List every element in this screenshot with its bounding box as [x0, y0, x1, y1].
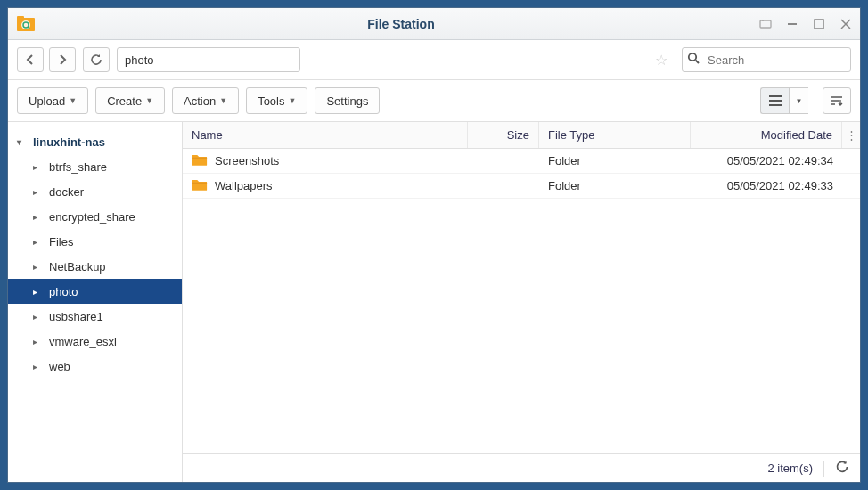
tools-button[interactable]: Tools▼ — [246, 87, 307, 114]
search-icon — [687, 52, 700, 68]
sidebar-item-btrfs-share[interactable]: ▸btrfs_share — [8, 154, 182, 179]
tree-root: ▾ linuxhint-nas ▸btrfs_share▸docker▸encr… — [8, 126, 182, 382]
tree-root-label: linuxhint-nas — [33, 135, 105, 149]
sidebar-item-label: vmware_esxi — [49, 335, 117, 348]
caret-down-icon: ▼ — [289, 96, 297, 105]
sidebar-item-label: Files — [49, 235, 73, 249]
sidebar-item-vmware-esxi[interactable]: ▸vmware_esxi — [8, 329, 182, 354]
sort-button[interactable] — [823, 87, 851, 114]
svg-point-6 — [762, 20, 764, 21]
toolbar-left: Upload▼ Create▼ — [17, 87, 165, 114]
nav-group — [17, 47, 76, 72]
help-icon[interactable] — [758, 17, 773, 31]
svg-line-12 — [696, 61, 700, 64]
expand-right-icon: ▸ — [33, 337, 45, 347]
app-icon — [15, 13, 37, 35]
tools-label: Tools — [258, 94, 284, 108]
sidebar-item-label: photo — [49, 285, 78, 298]
app-title: File Station — [44, 17, 758, 31]
favorite-icon[interactable]: ☆ — [655, 52, 667, 69]
settings-button[interactable]: Settings — [315, 87, 380, 114]
close-icon[interactable] — [839, 17, 853, 31]
create-button[interactable]: Create▼ — [95, 87, 165, 114]
divider — [823, 461, 824, 477]
row-name: Screenshots — [215, 154, 279, 167]
svg-rect-1 — [17, 16, 24, 20]
sidebar-item-label: btrfs_share — [49, 160, 107, 174]
sidebar-item-label: NetBackup — [49, 260, 106, 274]
file-rows: ScreenshotsFolder05/05/2021 02:49:34Wall… — [183, 149, 860, 453]
caret-down-icon: ▼ — [145, 96, 153, 105]
expand-right-icon: ▸ — [33, 362, 45, 372]
maximize-icon[interactable] — [812, 17, 826, 31]
row-name: Wallpapers — [215, 179, 273, 192]
forward-button[interactable] — [49, 47, 76, 72]
sidebar-item-label: usbshare1 — [49, 310, 103, 323]
file-pane: Name Size File Type Modified Date ⋮ Scre… — [183, 122, 860, 482]
sidebar-item-photo[interactable]: ▸photo — [8, 279, 182, 304]
sidebar-item-encrypted-share[interactable]: ▸encrypted_share — [8, 204, 182, 229]
search-wrap — [682, 47, 851, 72]
path-input[interactable] — [117, 47, 300, 72]
action-label: Action — [184, 94, 216, 108]
caret-down-icon: ▼ — [796, 97, 803, 105]
upload-label: Upload — [29, 94, 65, 108]
path-input-wrap: ☆ — [117, 47, 675, 72]
column-type[interactable]: File Type — [539, 122, 691, 148]
pathbar: ☆ — [8, 40, 860, 80]
sidebar-item-label: web — [49, 360, 70, 373]
settings-label: Settings — [326, 94, 368, 108]
sidebar-item-label: encrypted_share — [49, 210, 135, 224]
content: ▾ linuxhint-nas ▸btrfs_share▸docker▸encr… — [8, 122, 860, 482]
sidebar-item-usbshare1[interactable]: ▸usbshare1 — [8, 304, 182, 329]
action-button[interactable]: Action▼ — [172, 87, 239, 114]
table-row[interactable]: ScreenshotsFolder05/05/2021 02:49:34 — [183, 149, 860, 174]
folder-icon — [192, 153, 208, 169]
caret-down-icon: ▼ — [219, 96, 227, 105]
upload-button[interactable]: Upload▼ — [17, 87, 88, 114]
expand-right-icon: ▸ — [33, 287, 45, 297]
row-type: Folder — [539, 179, 691, 192]
sidebar-item-docker[interactable]: ▸docker — [8, 179, 182, 204]
view-dropdown-button[interactable]: ▼ — [789, 87, 808, 114]
expand-right-icon: ▸ — [33, 212, 45, 222]
sidebar-item-netbackup[interactable]: ▸NetBackup — [8, 254, 182, 279]
search-input[interactable] — [682, 47, 851, 72]
view-list-button[interactable] — [760, 87, 789, 114]
expand-right-icon: ▸ — [33, 312, 45, 322]
window-controls — [758, 17, 853, 31]
expand-down-icon: ▾ — [17, 137, 29, 147]
svg-rect-5 — [760, 20, 771, 28]
back-button[interactable] — [17, 47, 44, 72]
sidebar-item-web[interactable]: ▸web — [8, 354, 182, 379]
column-size[interactable]: Size — [468, 122, 539, 148]
view-mode-group: ▼ — [760, 87, 808, 114]
column-name[interactable]: Name — [183, 122, 468, 148]
sidebar-item-files[interactable]: ▸Files — [8, 229, 182, 254]
expand-right-icon: ▸ — [33, 162, 45, 172]
column-menu-icon[interactable]: ⋮ — [842, 122, 860, 148]
status-count: 2 item(s) — [767, 461, 813, 475]
minimize-icon[interactable] — [785, 17, 799, 31]
caret-down-icon: ▼ — [69, 96, 77, 105]
row-type: Folder — [539, 154, 691, 167]
tree-children: ▸btrfs_share▸docker▸encrypted_share▸File… — [8, 154, 182, 379]
tree-root-item[interactable]: ▾ linuxhint-nas — [8, 129, 182, 154]
expand-right-icon: ▸ — [33, 262, 45, 272]
sidebar-item-label: docker — [49, 185, 84, 199]
expand-right-icon: ▸ — [33, 187, 45, 197]
table-row[interactable]: WallpapersFolder05/05/2021 02:49:33 — [183, 174, 860, 199]
refresh-icon[interactable] — [835, 460, 849, 477]
statusbar: 2 item(s) — [183, 453, 860, 482]
row-modified: 05/05/2021 02:49:34 — [691, 154, 842, 167]
column-modified[interactable]: Modified Date — [691, 122, 842, 148]
toolbar: Upload▼ Create▼ Action▼ Tools▼ Settings … — [8, 80, 860, 122]
svg-point-11 — [689, 53, 696, 61]
folder-icon — [192, 178, 208, 194]
sidebar: ▾ linuxhint-nas ▸btrfs_share▸docker▸encr… — [8, 122, 183, 482]
row-modified: 05/05/2021 02:49:33 — [691, 179, 842, 192]
reload-button[interactable] — [83, 47, 110, 72]
svg-rect-8 — [815, 20, 823, 29]
column-headers: Name Size File Type Modified Date ⋮ — [183, 122, 860, 149]
window: File Station — [7, 7, 861, 483]
